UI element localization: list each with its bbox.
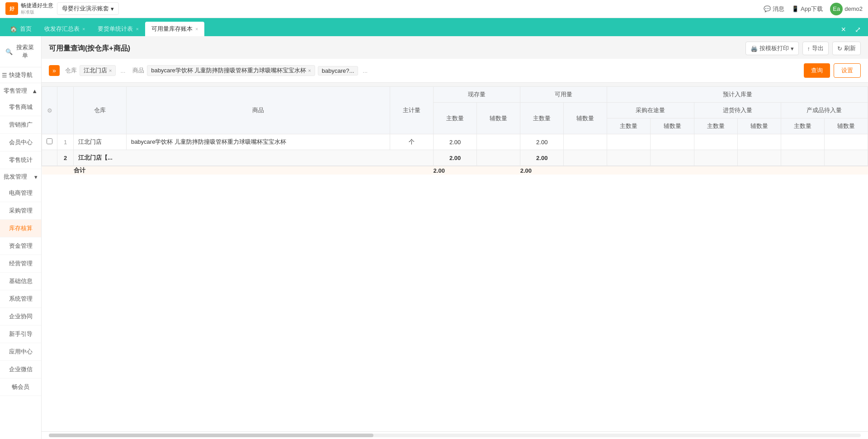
tab-collect-close[interactable]: × xyxy=(82,26,85,32)
sidebar-item-enterprise-wechat[interactable]: 企业微信 xyxy=(0,361,41,378)
th-available: 可用量 xyxy=(520,87,607,103)
close-all-tabs-btn[interactable]: × xyxy=(837,23,849,36)
total-checkbox xyxy=(42,166,57,175)
print-chevron-icon: ▾ xyxy=(791,45,794,52)
scrollbar-track[interactable] xyxy=(49,434,861,437)
sub-pur-aux xyxy=(651,150,694,166)
sidebar-item-inventory[interactable]: 库存核算 xyxy=(0,220,41,237)
quick-nav-btn[interactable]: ☰ 快捷导航 xyxy=(0,67,41,83)
logo-text: 畅捷通好生意 xyxy=(21,2,53,9)
warehouse-value: 江北门店 xyxy=(84,66,107,75)
row1-prod-main xyxy=(781,134,824,150)
search-menu-label: 搜索菜单 xyxy=(14,43,36,60)
row1-unit: 个 xyxy=(390,134,434,150)
tab-collect[interactable]: 收发存汇总表 × xyxy=(38,22,91,36)
export-btn[interactable]: ↑ 导出 xyxy=(802,42,829,55)
tab-available[interactable]: 可用量库存账本 × xyxy=(145,22,204,36)
sidebar-item-base-info[interactable]: 基础信息 xyxy=(0,273,41,290)
sidebar-item-member[interactable]: 会员中心 xyxy=(0,134,41,151)
row1-avail-main: 2.00 xyxy=(520,134,564,150)
refresh-label: 刷新 xyxy=(844,44,856,52)
refresh-icon: ↻ xyxy=(837,45,842,52)
product-more-btn[interactable]: ... xyxy=(361,67,369,74)
sidebar-item-ops[interactable]: 经营管理 xyxy=(0,255,41,273)
chevron-down-icon: ▾ xyxy=(111,5,114,12)
filter-expand-btn[interactable]: » xyxy=(49,65,60,76)
logo-sub: 标准版 xyxy=(21,9,53,15)
tab-available-close[interactable]: × xyxy=(195,26,198,32)
th-index xyxy=(57,87,74,134)
th-incoming-aux: 辅数量 xyxy=(737,118,781,134)
sidebar-item-finance[interactable]: 资金管理 xyxy=(0,237,41,255)
total-avail-aux xyxy=(564,166,607,175)
sidebar-item-enterprise[interactable]: 企业协同 xyxy=(0,308,41,326)
app-download-btn[interactable]: 📱 App下载 xyxy=(792,5,823,13)
sidebar-item-marketing[interactable]: 营销推广 xyxy=(0,116,41,134)
checkbox-1[interactable] xyxy=(47,138,52,144)
industry-select[interactable]: 母婴行业演示账套 ▾ xyxy=(57,2,119,15)
sidebar-item-retail-stats[interactable]: 零售统计 xyxy=(0,151,41,169)
scrollbar-thumb[interactable] xyxy=(49,434,373,437)
sub-stock-aux xyxy=(477,150,520,166)
warehouse-remove-btn[interactable]: × xyxy=(109,68,112,73)
sub-warehouse: 江北门店【... xyxy=(74,150,434,166)
quick-nav-label: 快捷导航 xyxy=(9,71,33,79)
row1-inc-main xyxy=(694,134,737,150)
sub-stock-main: 2.00 xyxy=(434,150,477,166)
sub-pur-main xyxy=(607,150,651,166)
search-menu-btn[interactable]: 🔍 搜索菜单 xyxy=(4,41,38,62)
filter-warehouse: 仓库 江北门店 × ... xyxy=(65,65,127,76)
th-planned-inbound: 预计入库量 xyxy=(607,87,868,103)
total-pur-aux xyxy=(651,166,694,175)
sidebar-item-retail-mgmt[interactable]: 零售管理 ▲ xyxy=(0,83,41,99)
industry-label: 母婴行业演示账套 xyxy=(62,5,109,13)
tab-home[interactable]: 🏠 首页 xyxy=(4,22,38,36)
query-btn[interactable]: 查询 xyxy=(804,63,830,78)
th-settings[interactable]: ⚙ xyxy=(42,87,57,134)
print-icon: 🖨️ xyxy=(750,45,758,52)
total-stock-aux xyxy=(477,166,520,175)
refresh-btn[interactable]: ↻ 刷新 xyxy=(832,42,861,55)
sidebar-item-new-guide[interactable]: 新手引导 xyxy=(0,326,41,343)
sidebar-ops-label: 经营管理 xyxy=(9,260,33,268)
table-footer xyxy=(42,431,868,439)
row1-checkbox[interactable] xyxy=(42,134,57,150)
th-prod-aux: 辅数量 xyxy=(824,118,868,134)
sidebar-item-vip[interactable]: 畅会员 xyxy=(0,378,41,396)
top-bar-left: 好 畅捷通好生意 标准版 母婴行业演示账套 ▾ xyxy=(5,2,119,15)
sidebar-member-label: 会员中心 xyxy=(9,138,33,146)
sidebar-item-retail-mall[interactable]: 零售商城 xyxy=(0,99,41,116)
print-btn[interactable]: 🖨️ 按模板打印 ▾ xyxy=(745,42,799,55)
warehouse-label: 仓库 xyxy=(65,66,77,75)
tab-order[interactable]: 要货单统计表 × xyxy=(91,22,145,36)
setting-btn[interactable]: 设置 xyxy=(834,63,861,78)
message-label: 消息 xyxy=(773,5,784,13)
tab-order-close[interactable]: × xyxy=(136,26,138,32)
row1-pur-aux xyxy=(651,134,694,150)
total-index xyxy=(57,166,74,175)
app-download-label: App下载 xyxy=(801,5,823,13)
sidebar-item-app-center[interactable]: 应用中心 xyxy=(0,343,41,361)
sidebar-purchase-label: 采购管理 xyxy=(9,207,33,215)
message-icon: 💬 xyxy=(764,5,771,12)
row1-index: 1 xyxy=(57,134,74,150)
sidebar-inventory-label: 库存核算 xyxy=(9,224,33,232)
page-actions: 🖨️ 按模板打印 ▾ ↑ 导出 ↻ 刷新 xyxy=(745,42,861,55)
warehouse-more-btn[interactable]: ... xyxy=(118,67,127,74)
user-area[interactable]: Ea demo2 xyxy=(830,3,863,15)
message-btn[interactable]: 💬 消息 xyxy=(764,5,784,13)
sidebar-item-wholesale-mgmt[interactable]: 批发管理 ▾ xyxy=(0,169,41,184)
search-icon: 🔍 xyxy=(5,48,13,55)
table-container: ⚙ 仓库 商品 主计量 现存量 xyxy=(42,86,868,431)
sidebar-item-purchase[interactable]: 采购管理 xyxy=(0,202,41,220)
sidebar-mall-label: 零售商城 xyxy=(9,103,33,111)
sidebar-item-system[interactable]: 系统管理 xyxy=(0,290,41,308)
product-remove-btn-1[interactable]: × xyxy=(308,68,311,73)
total-inc-aux xyxy=(737,166,781,175)
settings-icon[interactable]: ⚙ xyxy=(47,107,52,114)
th-avail-main: 主数量 xyxy=(520,103,564,134)
th-product: 商品 xyxy=(126,87,390,134)
expand-icon[interactable]: ⤢ xyxy=(851,24,864,36)
sidebar-item-ecommerce[interactable]: 电商管理 xyxy=(0,184,41,202)
row1-avail-aux xyxy=(564,134,607,150)
